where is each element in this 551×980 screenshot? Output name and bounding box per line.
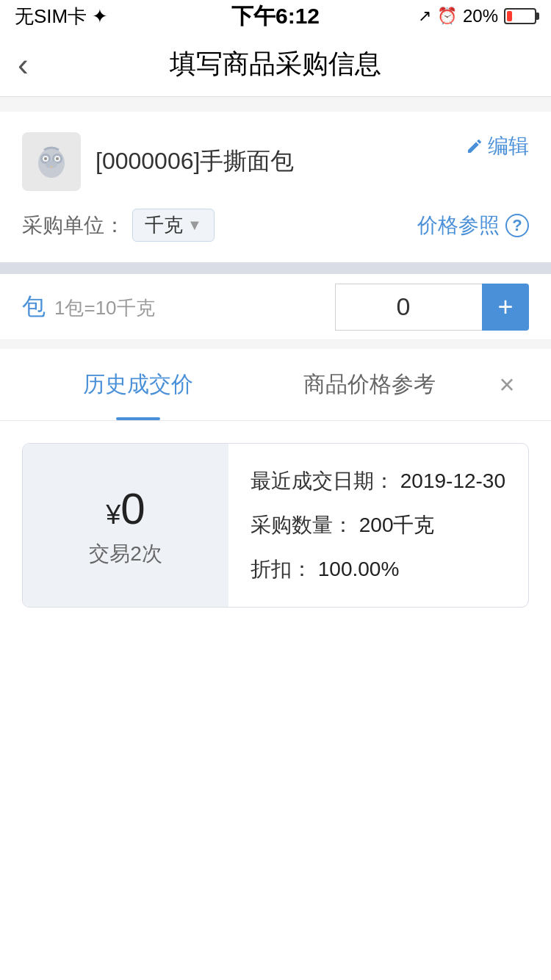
carrier-text: 无SIM卡 ✦: [15, 4, 108, 29]
tab-history-price-label: 历史成交价: [83, 372, 193, 396]
status-time: 下午6:12: [231, 1, 320, 32]
discount-value: 100.00%: [318, 558, 400, 580]
svg-point-6: [56, 157, 59, 160]
discount-label: 折扣：: [251, 558, 312, 580]
recent-date-row: 最近成交日期： 2019-12-30: [251, 466, 506, 497]
card-area: ¥0 交易2次 最近成交日期： 2019-12-30 采购数量： 200千克 折…: [0, 421, 551, 630]
quantity-unit-main: 包: [22, 291, 46, 323]
price-main: ¥0: [106, 483, 145, 534]
quantity-unit-sub: 1包=10千克: [54, 295, 155, 321]
status-bar: 无SIM卡 ✦ 下午6:12 ↗ ⏰ 20%: [0, 0, 551, 32]
tab-product-price-label: 商品价格参考: [303, 372, 436, 396]
back-icon: ‹: [18, 46, 29, 83]
recent-date-value: 2019-12-30: [400, 469, 505, 492]
product-info-row: 采购单位： 千克 ▼ 价格参照 ?: [22, 209, 529, 242]
unit-dropdown-arrow: ▼: [187, 217, 202, 234]
svg-point-5: [44, 157, 47, 160]
edit-button[interactable]: 编辑: [466, 132, 529, 160]
battery-percent: 20%: [463, 6, 498, 26]
edit-label: 编辑: [488, 132, 529, 160]
price-ref-button[interactable]: 价格参照 ?: [417, 212, 529, 239]
nav-bar: ‹ 填写商品采购信息: [0, 32, 551, 97]
currency-symbol: ¥: [106, 500, 120, 530]
status-right: ↗ ⏰ 20%: [418, 6, 536, 26]
tab-history-price[interactable]: 历史成交价: [22, 349, 253, 420]
page-title: 填写商品采购信息: [170, 46, 381, 82]
product-section: [0000006]手撕面包 编辑 采购单位： 千克 ▼ 价格参照 ?: [0, 112, 551, 262]
edit-icon: [466, 137, 483, 155]
purchase-unit: 采购单位： 千克 ▼: [22, 209, 215, 242]
purchase-unit-label: 采购单位：: [22, 212, 125, 239]
quantity-row: 包 1包=10千克 +: [0, 274, 551, 340]
unit-value: 千克: [145, 212, 183, 238]
price-ref-label: 价格参照: [417, 212, 500, 239]
bottom-space: [0, 630, 551, 980]
price-card-left: ¥0 交易2次: [23, 444, 228, 607]
discount-row: 折扣： 100.00%: [251, 554, 506, 585]
product-logo: [22, 132, 81, 191]
location-icon: ↗: [418, 7, 431, 26]
product-header: [0000006]手撕面包 编辑: [22, 132, 529, 191]
status-left: 无SIM卡 ✦: [15, 4, 108, 29]
tab-close-button[interactable]: ×: [485, 363, 529, 407]
product-name: [0000006]手撕面包: [96, 145, 294, 178]
tab-product-price[interactable]: 商品价格参考: [253, 349, 485, 420]
purchase-qty-label: 采购数量：: [251, 514, 353, 536]
tab-bar: 历史成交价 商品价格参考 ×: [0, 349, 551, 421]
price-amount: 0: [120, 484, 145, 533]
divider-bar: [0, 262, 551, 274]
quantity-input[interactable]: [335, 284, 482, 331]
close-icon: ×: [499, 370, 514, 400]
unit-select[interactable]: 千克 ▼: [132, 209, 215, 242]
recent-date-label: 最近成交日期：: [251, 469, 395, 492]
product-logo-svg: [29, 140, 73, 184]
price-card: ¥0 交易2次 最近成交日期： 2019-12-30 采购数量： 200千克 折…: [22, 443, 529, 608]
back-button[interactable]: ‹: [18, 46, 29, 83]
purchase-qty-value: 200千克: [359, 514, 435, 536]
price-card-right: 最近成交日期： 2019-12-30 采购数量： 200千克 折扣： 100.0…: [228, 444, 528, 607]
product-left: [0000006]手撕面包: [22, 132, 294, 191]
quantity-control: +: [335, 284, 529, 331]
battery-icon: [504, 8, 536, 24]
quantity-plus-button[interactable]: +: [482, 284, 529, 331]
purchase-qty-row: 采购数量： 200千克: [251, 510, 506, 541]
tab-section: 历史成交价 商品价格参考 × ¥0 交易2次 最近成交日期： 2019-12-3…: [0, 349, 551, 630]
quantity-label: 包 1包=10千克: [22, 291, 155, 323]
trade-count: 交易2次: [89, 540, 162, 568]
price-ref-icon: ?: [505, 214, 529, 237]
alarm-icon: ⏰: [437, 7, 457, 26]
